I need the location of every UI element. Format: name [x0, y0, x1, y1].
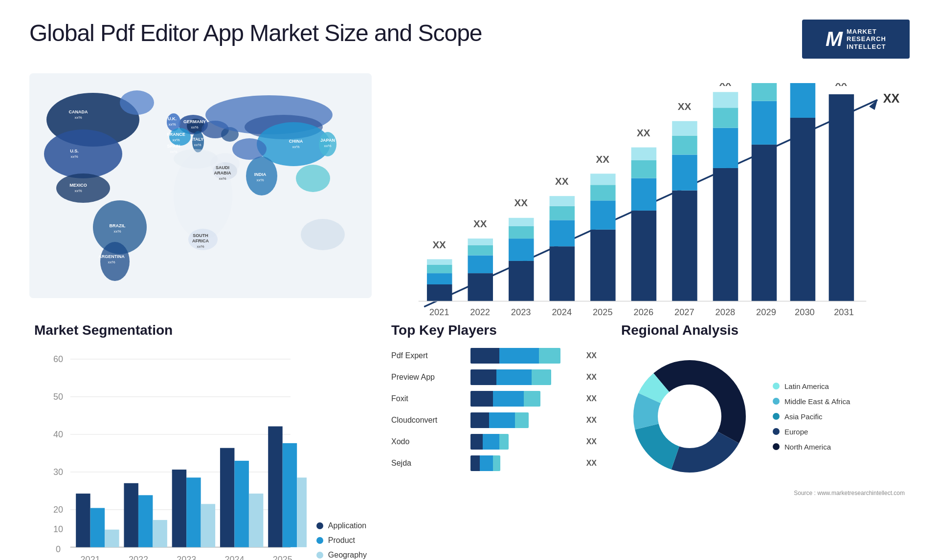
svg-rect-84 — [590, 185, 616, 200]
svg-rect-99 — [713, 108, 738, 128]
legend-item-product: Product — [316, 536, 367, 545]
svg-rect-88 — [631, 178, 657, 211]
player-xx-3: XX — [586, 416, 597, 425]
svg-point-26 — [301, 219, 345, 250]
svg-rect-90 — [631, 148, 657, 160]
svg-text:ITALY: ITALY — [192, 137, 204, 142]
svg-text:XX: XX — [637, 127, 650, 138]
svg-text:AFRICA: AFRICA — [192, 238, 209, 243]
svg-rect-94 — [672, 136, 697, 155]
svg-text:FRANCE: FRANCE — [167, 132, 185, 137]
svg-text:GERMANY: GERMANY — [183, 119, 206, 124]
regional-dot-north-america — [773, 443, 780, 450]
svg-text:XX: XX — [719, 83, 732, 88]
svg-point-2 — [44, 129, 122, 178]
header: Global Pdf Editor App Market Size and Sc… — [29, 20, 910, 59]
svg-point-23 — [296, 165, 330, 192]
bottom-section: Market Segmentation 60 50 40 30 20 10 0 — [29, 318, 910, 560]
svg-text:2023: 2023 — [177, 555, 196, 560]
svg-rect-62 — [427, 284, 452, 301]
svg-rect-65 — [427, 259, 452, 265]
seg-chart-area: 60 50 40 30 20 10 0 — [34, 348, 367, 560]
svg-rect-89 — [631, 160, 657, 178]
svg-text:xx%: xx% — [70, 154, 78, 159]
svg-rect-146 — [220, 448, 234, 547]
svg-text:10: 10 — [53, 524, 63, 534]
svg-text:xx%: xx% — [170, 150, 177, 154]
svg-rect-150 — [283, 443, 297, 547]
logo-line2: RESEARCH — [847, 35, 886, 43]
svg-text:xx%: xx% — [113, 229, 121, 234]
svg-rect-85 — [590, 173, 616, 185]
svg-rect-151 — [297, 477, 307, 547]
svg-rect-95 — [672, 121, 697, 136]
svg-text:2022: 2022 — [470, 307, 490, 317]
logo-box: M MARKET RESEARCH INTELLECT — [802, 20, 910, 59]
player-name-0: Pdf Expert — [391, 351, 465, 360]
svg-rect-103 — [752, 101, 777, 145]
svg-rect-109 — [829, 94, 854, 301]
svg-rect-104 — [752, 83, 777, 101]
svg-rect-147 — [234, 461, 248, 547]
logo-text: M MARKET RESEARCH INTELLECT — [826, 28, 886, 51]
player-bar-container-5 — [470, 455, 577, 471]
page-title: Global Pdf Editor App Market Size and Sc… — [29, 20, 482, 46]
svg-text:XX: XX — [555, 175, 569, 187]
svg-text:2025: 2025 — [593, 307, 613, 317]
regional-section: Regional Analysis — [616, 318, 910, 560]
world-map-svg: CANADA xx% U.S. xx% MEXICO xx% BRAZIL xx… — [29, 73, 372, 298]
source-text: Source : www.marketresearchintellect.com — [621, 490, 905, 496]
svg-rect-64 — [427, 265, 452, 273]
svg-text:2026: 2026 — [633, 307, 653, 317]
svg-text:40: 40 — [53, 430, 63, 439]
svg-text:xx%: xx% — [324, 144, 331, 148]
logo-container: M MARKET RESEARCH INTELLECT — [802, 20, 910, 59]
svg-rect-97 — [713, 168, 738, 301]
svg-text:INDIA: INDIA — [254, 172, 267, 177]
regional-label-asia: Asia Pacific — [784, 412, 823, 421]
player-xx-5: XX — [586, 459, 597, 468]
regional-label-latin: Latin America — [784, 382, 829, 390]
svg-rect-67 — [468, 273, 493, 301]
svg-rect-70 — [468, 238, 493, 245]
page-container: Global Pdf Editor App Market Size and Sc… — [0, 0, 939, 560]
svg-point-4 — [120, 90, 154, 115]
svg-rect-139 — [105, 530, 119, 547]
main-grid: CANADA xx% U.S. xx% MEXICO xx% BRAZIL xx… — [29, 73, 910, 560]
svg-text:XX: XX — [432, 239, 446, 250]
svg-point-167 — [660, 387, 719, 446]
svg-text:SAUDI: SAUDI — [216, 165, 229, 170]
svg-text:2031: 2031 — [834, 307, 854, 317]
player-bar-container-4 — [470, 434, 577, 450]
svg-rect-80 — [550, 196, 575, 206]
player-row: Pdf Expert XX — [391, 348, 597, 364]
svg-point-3 — [56, 173, 110, 203]
regional-label-europe: Europe — [784, 428, 808, 436]
regional-label-north-america: North America — [784, 443, 831, 451]
svg-text:2021: 2021 — [429, 307, 449, 317]
svg-rect-87 — [631, 211, 657, 301]
svg-rect-149 — [268, 426, 282, 547]
svg-rect-75 — [509, 218, 534, 226]
seg-svg-container: 60 50 40 30 20 10 0 — [34, 348, 307, 560]
svg-text:XX: XX — [883, 91, 900, 105]
svg-rect-72 — [509, 261, 534, 301]
svg-text:60: 60 — [53, 354, 63, 364]
svg-text:2024: 2024 — [224, 555, 244, 560]
logo-line3: INTELLECT — [847, 43, 886, 51]
svg-text:XX: XX — [835, 83, 848, 88]
regional-legend-europe: Europe — [773, 428, 850, 436]
svg-text:xx%: xx% — [219, 176, 226, 181]
svg-text:XX: XX — [514, 197, 528, 208]
svg-text:xx%: xx% — [197, 244, 204, 249]
svg-rect-82 — [590, 230, 616, 301]
player-row: Xodo XX — [391, 434, 597, 450]
svg-text:xx%: xx% — [172, 138, 179, 142]
segmentation-section: Market Segmentation 60 50 40 30 20 10 0 — [29, 318, 372, 560]
regional-legend-mea: Middle East & Africa — [773, 397, 850, 406]
regional-label-mea: Middle East & Africa — [784, 397, 850, 406]
svg-text:XX: XX — [678, 101, 692, 112]
logo-words: MARKET RESEARCH INTELLECT — [847, 28, 886, 51]
legend-label-geography: Geography — [328, 551, 367, 560]
bar-chart-svg: XX XX XX XX — [396, 83, 900, 335]
